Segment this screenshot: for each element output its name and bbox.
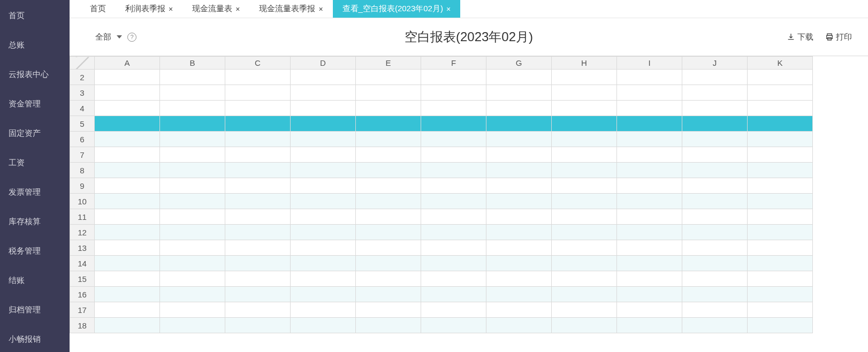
cell[interactable] (160, 116, 225, 132)
cell[interactable] (225, 240, 291, 256)
cell[interactable] (95, 225, 160, 240)
cell[interactable] (291, 116, 356, 132)
cell[interactable] (160, 178, 225, 194)
row-header[interactable]: 15 (70, 271, 95, 287)
cell[interactable] (160, 271, 225, 287)
cell[interactable] (225, 256, 291, 271)
column-header[interactable]: D (291, 57, 356, 70)
cell[interactable] (682, 318, 748, 333)
cell[interactable] (748, 85, 813, 101)
cell[interactable] (291, 85, 356, 101)
cell[interactable] (421, 132, 486, 147)
cell[interactable] (682, 271, 748, 287)
cell[interactable] (421, 287, 486, 302)
cell[interactable] (95, 85, 160, 101)
row-header[interactable]: 13 (70, 240, 95, 256)
cell[interactable] (421, 116, 486, 132)
column-header[interactable]: E (356, 57, 421, 70)
cell[interactable] (95, 70, 160, 85)
row-header[interactable]: 3 (70, 85, 95, 101)
cell[interactable] (291, 194, 356, 209)
cell[interactable] (356, 287, 421, 302)
cell[interactable] (617, 256, 682, 271)
cell[interactable] (552, 101, 617, 116)
sidebar-item-invoice-mgmt[interactable]: 发票管理 (0, 178, 70, 207)
sidebar-item-archive[interactable]: 归档管理 (0, 295, 70, 325)
cell[interactable] (682, 116, 748, 132)
cell[interactable] (95, 178, 160, 194)
cell[interactable] (486, 256, 552, 271)
cell[interactable] (225, 101, 291, 116)
cell[interactable] (356, 194, 421, 209)
row-header[interactable]: 10 (70, 194, 95, 209)
cell[interactable] (617, 163, 682, 178)
cell[interactable] (356, 302, 421, 318)
download-button[interactable]: 下载 (787, 32, 813, 42)
cell[interactable] (356, 116, 421, 132)
cell[interactable] (748, 271, 813, 287)
cell[interactable] (356, 178, 421, 194)
cell[interactable] (225, 178, 291, 194)
sidebar-item-cloud-report[interactable]: 云报表中心 (0, 60, 70, 89)
cell[interactable] (291, 256, 356, 271)
cell[interactable] (617, 271, 682, 287)
cell[interactable] (486, 287, 552, 302)
row-header[interactable]: 17 (70, 302, 95, 318)
cell[interactable] (748, 194, 813, 209)
cell[interactable] (225, 271, 291, 287)
cell[interactable] (95, 302, 160, 318)
cell[interactable] (291, 318, 356, 333)
cell[interactable] (421, 256, 486, 271)
cell[interactable] (160, 70, 225, 85)
cell[interactable] (748, 147, 813, 163)
cell[interactable] (356, 101, 421, 116)
cell[interactable] (748, 116, 813, 132)
cell[interactable] (552, 163, 617, 178)
cell[interactable] (160, 240, 225, 256)
column-header[interactable]: H (552, 57, 617, 70)
cell[interactable] (95, 256, 160, 271)
cell[interactable] (291, 240, 356, 256)
cell[interactable] (421, 163, 486, 178)
cell[interactable] (356, 70, 421, 85)
cell[interactable] (552, 178, 617, 194)
filter-dropdown[interactable]: 全部 ? (95, 32, 136, 42)
cell[interactable] (421, 194, 486, 209)
cell[interactable] (486, 85, 552, 101)
cell[interactable] (682, 163, 748, 178)
cell[interactable] (552, 194, 617, 209)
cell[interactable] (421, 147, 486, 163)
cell[interactable] (356, 256, 421, 271)
cell[interactable] (617, 225, 682, 240)
cell[interactable] (291, 70, 356, 85)
row-header[interactable]: 6 (70, 132, 95, 147)
cell[interactable] (160, 163, 225, 178)
cell[interactable] (421, 101, 486, 116)
cell[interactable] (291, 178, 356, 194)
cell[interactable] (486, 116, 552, 132)
cell[interactable] (291, 101, 356, 116)
cell[interactable] (486, 101, 552, 116)
cell[interactable] (356, 147, 421, 163)
print-button[interactable]: 打印 (825, 32, 852, 42)
cell[interactable] (552, 287, 617, 302)
cell[interactable] (552, 132, 617, 147)
sidebar-item-fixed-assets[interactable]: 固定资产 (0, 119, 70, 148)
column-header[interactable]: J (682, 57, 748, 70)
cell[interactable] (748, 101, 813, 116)
cell[interactable] (748, 287, 813, 302)
cell[interactable] (160, 132, 225, 147)
cell[interactable] (617, 194, 682, 209)
tab-3[interactable]: 现金流量表季报× (249, 0, 332, 18)
sidebar-item-home[interactable]: 首页 (0, 1, 70, 30)
cell[interactable] (617, 101, 682, 116)
row-header[interactable]: 4 (70, 101, 95, 116)
cell[interactable] (748, 209, 813, 225)
cell[interactable] (291, 302, 356, 318)
column-header[interactable]: A (95, 57, 160, 70)
cell[interactable] (552, 240, 617, 256)
cell[interactable] (617, 132, 682, 147)
cell[interactable] (617, 116, 682, 132)
cell[interactable] (291, 163, 356, 178)
cell[interactable] (421, 70, 486, 85)
